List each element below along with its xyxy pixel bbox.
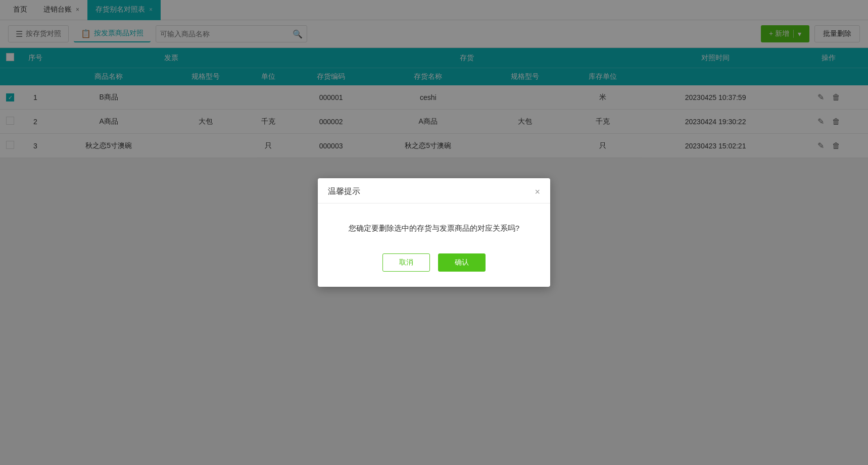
modal-overlay: 温馨提示 × 您确定要删除选中的存货与发票商品的对应关系吗? 取消 确认	[0, 0, 868, 158]
